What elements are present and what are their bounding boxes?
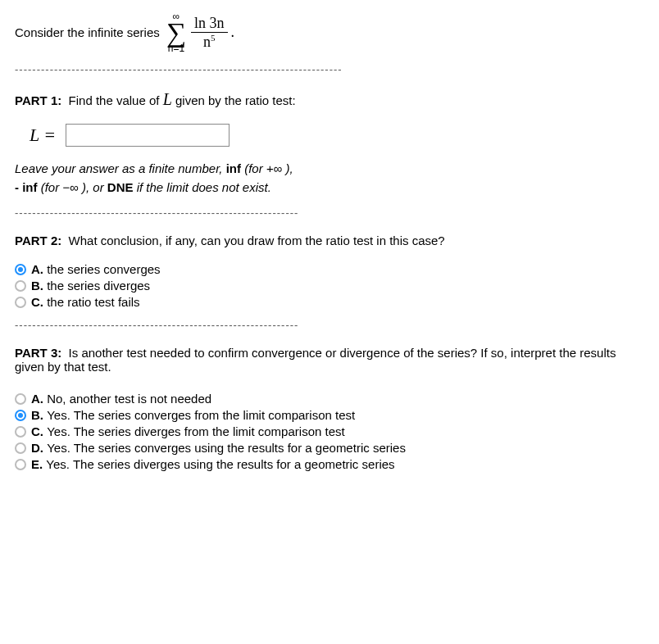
- part2-heading: PART 2: What conclusion, if any, can you…: [15, 234, 644, 247]
- radio-icon[interactable]: [15, 410, 26, 421]
- option-label: E. Yes. The series diverges using the re…: [31, 457, 395, 471]
- option-text: the series diverges: [47, 279, 150, 293]
- instr2c: if the limit does not exist.: [133, 180, 270, 194]
- sum-lower-limit: n=1: [168, 43, 184, 53]
- radio-icon[interactable]: [15, 442, 26, 454]
- option-label: B. the series diverges: [31, 279, 150, 293]
- option-label: B. Yes. The series converges from the li…: [31, 408, 355, 422]
- radio-icon[interactable]: [15, 264, 26, 275]
- fraction-numerator: ln 3n: [191, 15, 228, 32]
- part3-label: PART 3:: [15, 346, 61, 360]
- option-label: C. the ratio test fails: [31, 295, 140, 309]
- fraction-denominator: n5: [200, 33, 219, 51]
- part1-heading: PART 1: Find the value of L given by the…: [15, 90, 644, 109]
- instr1a: Leave your answer as a finite number,: [15, 161, 226, 175]
- radio-icon[interactable]: [15, 297, 26, 308]
- part3-option-A[interactable]: A. No, another test is not needed: [15, 392, 644, 406]
- sigma-wrap: ∞ ∑ n=1: [166, 11, 186, 53]
- option-letter: C.: [31, 295, 47, 309]
- part3-option-B[interactable]: B. Yes. The series converges from the li…: [15, 408, 644, 422]
- option-text: the ratio test fails: [47, 295, 139, 309]
- part3-option-E[interactable]: E. Yes. The series diverges using the re…: [15, 457, 644, 471]
- option-label: A. the series converges: [31, 262, 161, 276]
- option-text: No, another test is not needed: [47, 392, 211, 406]
- part1-label: PART 1:: [15, 93, 61, 107]
- part2-label: PART 2:: [15, 234, 61, 247]
- option-text: Yes. The series converges from the limit…: [47, 408, 355, 422]
- part3-question: Is another test needed to confirm conver…: [15, 346, 616, 374]
- option-letter: D.: [31, 441, 47, 455]
- L-value-input[interactable]: [66, 124, 230, 147]
- divider-2: ----------------------------------------…: [15, 206, 644, 219]
- part3-options: A. No, another test is not neededB. Yes.…: [15, 392, 644, 471]
- option-letter: B.: [31, 408, 47, 422]
- part3-option-D[interactable]: D. Yes. The series converges using the r…: [15, 441, 644, 455]
- part2-option-C[interactable]: C. the ratio test fails: [15, 295, 644, 309]
- part3-option-C[interactable]: C. Yes. The series diverges from the lim…: [15, 424, 644, 438]
- intro-text: Consider the infinite series: [15, 25, 160, 39]
- option-text: Yes. The series diverges from the limit …: [47, 424, 345, 438]
- option-letter: A.: [31, 262, 47, 276]
- L-eq-text: L =: [30, 125, 56, 145]
- radio-icon[interactable]: [15, 393, 26, 405]
- instr2b: (for −∞ ), or: [38, 180, 107, 194]
- part1-instructions: Leave your answer as a finite number, in…: [15, 160, 644, 197]
- radio-icon[interactable]: [15, 280, 26, 292]
- option-text: Yes. The series diverges using the resul…: [46, 457, 394, 471]
- series-sum: ∞ ∑ n=1 ln 3n n5 .: [166, 11, 234, 53]
- divider-1: ----------------------------------------…: [15, 63, 644, 75]
- radio-icon[interactable]: [15, 459, 26, 470]
- instr-dne: DNE: [107, 180, 134, 194]
- option-label: C. Yes. The series diverges from the lim…: [31, 424, 345, 438]
- instr-neginf: - inf: [15, 180, 38, 194]
- part2-option-B[interactable]: B. the series diverges: [15, 279, 644, 293]
- divider-3: ----------------------------------------…: [15, 319, 644, 331]
- sigma-icon: ∑: [166, 21, 186, 43]
- period: .: [231, 24, 235, 41]
- L-equation-row: L =: [30, 124, 644, 147]
- option-text: the series converges: [47, 262, 160, 276]
- option-letter: A.: [31, 392, 47, 406]
- part3-heading: PART 3: Is another test needed to confir…: [15, 346, 644, 374]
- den-exponent: 5: [211, 33, 216, 43]
- part2-option-A[interactable]: A. the series converges: [15, 262, 644, 276]
- option-text: Yes. The series converges using the resu…: [47, 441, 406, 455]
- part1-L-symbol: L: [163, 90, 172, 108]
- option-letter: B.: [31, 279, 47, 293]
- instr1b: (for +∞ ),: [241, 161, 293, 175]
- option-letter: E.: [31, 457, 46, 471]
- part1-text-before: Find the value of: [69, 93, 163, 107]
- L-equals-label: L =: [30, 125, 56, 146]
- option-letter: C.: [31, 424, 47, 438]
- radio-icon[interactable]: [15, 426, 26, 438]
- option-label: A. No, another test is not needed: [31, 392, 211, 406]
- option-label: D. Yes. The series converges using the r…: [31, 441, 406, 455]
- intro-line: Consider the infinite series ∞ ∑ n=1 ln …: [15, 11, 644, 53]
- instr-inf: inf: [226, 161, 241, 175]
- fraction: ln 3n n5: [191, 15, 228, 51]
- part2-question: What conclusion, if any, can you draw fr…: [69, 234, 445, 247]
- den-base: n: [203, 34, 211, 50]
- part1-text-after: given by the ratio test:: [175, 93, 296, 107]
- part2-options: A. the series convergesB. the series div…: [15, 262, 644, 309]
